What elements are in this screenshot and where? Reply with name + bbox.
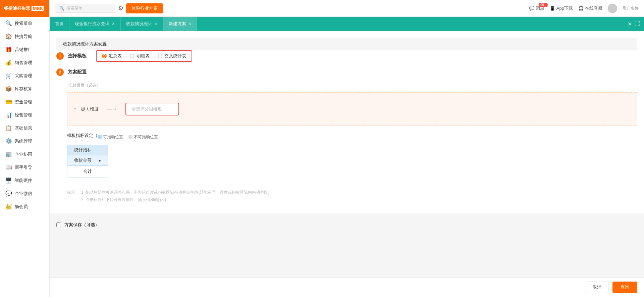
clipboard-icon: 📋 xyxy=(5,125,12,131)
config-content: 汇总维度（必选） * 纵向维度 —→ 请选择分组维度 模板指标设定（ xyxy=(56,83,637,207)
box-icon: 📦 xyxy=(5,86,12,92)
sidebar-item-label: 基础信息 xyxy=(15,125,32,131)
step2-num: 2 xyxy=(56,68,64,76)
service-btn[interactable]: 🎧 在线客服 xyxy=(578,5,602,11)
legend-draggable-label: 可拖动位置 xyxy=(103,134,123,140)
tab-collection-stats[interactable]: 收款情况统计 ✕ xyxy=(121,17,163,31)
sidebar: 畅捷通好生意 标准版 🔍 搜索菜单 🏠 快捷导航 🎁 营销推广 💰 销售管理 🛒… xyxy=(0,0,50,297)
query-button[interactable]: 查询 xyxy=(612,282,637,293)
indicator-section-title: 模板指标设定（ xyxy=(67,133,98,139)
download-btn[interactable]: 📱 App下载 xyxy=(550,5,573,11)
tab-home-label: 首页 xyxy=(55,21,64,27)
sidebar-item-purchase[interactable]: 🛒 采购管理 xyxy=(0,69,49,82)
home-icon: 🏠 xyxy=(5,33,12,40)
radio-cross-label: 交叉统计表 xyxy=(164,53,186,59)
topbar-left: 🔍 搜索菜单 ⚙ 体验行业方案 xyxy=(55,3,524,13)
save-checkbox[interactable] xyxy=(56,222,61,227)
tab-actions: ✕ ⛶ xyxy=(624,17,644,31)
sidebar-item-label: 营销推广 xyxy=(15,47,32,53)
radio-summary-label: 汇总表 xyxy=(109,53,122,59)
message-icon: 💬 xyxy=(529,6,534,11)
sidebar-item-system[interactable]: ⚙️ 系统管理 xyxy=(0,135,49,148)
radio-summary-circle xyxy=(102,54,107,58)
footer-bar: 取消 查询 xyxy=(50,277,644,297)
tab-collection-stats-label: 收款情况统计 xyxy=(126,21,152,27)
sidebar-item-label: 库存核算 xyxy=(15,86,32,92)
sidebar-item-member[interactable]: 👑 畅会员 xyxy=(0,200,49,213)
main-area: 🔍 搜索菜单 ⚙ 体验行业方案 💬 消息 99+ 📱 App下载 🎧 在线客服 … xyxy=(50,0,644,297)
gear-icon: ⚙️ xyxy=(5,138,12,144)
settings-icon[interactable]: ⚙ xyxy=(118,5,123,12)
building-icon: 🏢 xyxy=(5,151,12,157)
breadcrumb-text: 收款情况统计方案设置 xyxy=(63,41,107,46)
radio-detail-label: 明细表 xyxy=(137,53,150,59)
tab-cash-bank[interactable]: 现金银行流水查询 ✕ xyxy=(69,17,121,31)
sidebar-item-quick-nav[interactable]: 🏠 快捷导航 xyxy=(0,30,49,43)
radio-cross[interactable]: 交叉统计表 xyxy=(158,53,186,59)
legend-draggable-item: 可拖动位置 xyxy=(98,134,123,140)
tab-expand-icon[interactable]: ⛶ xyxy=(635,21,640,27)
step1-title: 选择模板 xyxy=(68,53,87,59)
legend-draggable-dot xyxy=(98,135,102,139)
sidebar-item-guide[interactable]: 📖 新手引导 xyxy=(0,161,49,174)
tip1-line: 提示： 1. 拖动标题栏可以调整布局，不可跨维度或指标区域拖动栏目字段(只能在同… xyxy=(67,189,637,196)
indicator-dropdown-label: 收款金额 xyxy=(74,157,92,163)
tab-cash-bank-close[interactable]: ✕ xyxy=(112,21,115,26)
dim-select-box[interactable]: 请选择分组维度 xyxy=(125,103,179,115)
sidebar-item-basic-info[interactable]: 📋 基础信息 xyxy=(0,121,49,135)
tips-area: 提示： 1. 拖动标题栏可以调整布局，不可跨维度或指标区域拖动栏目字段(只能在同… xyxy=(67,186,637,207)
legend-not-draggable-label: 不可拖动位置 xyxy=(134,134,158,140)
tab-collection-stats-close[interactable]: ✕ xyxy=(154,21,158,26)
tab-cash-bank-label: 现金银行流水查询 xyxy=(75,21,110,27)
user-name: 用户名称 xyxy=(623,5,639,11)
logo-text: 畅捷通好生意 xyxy=(4,6,30,11)
sidebar-item-operation[interactable]: 📊 经营管理 xyxy=(0,108,49,121)
vertical-dim-label: 纵向维度 xyxy=(81,106,99,112)
indicator-dropdown-row[interactable]: 收款金额 ▾ xyxy=(67,155,108,166)
radio-summary[interactable]: 汇总表 xyxy=(102,53,122,59)
sidebar-item-label: 销售管理 xyxy=(15,60,32,66)
indicator-section: 模板指标设定（ 可拖动位置 不可拖动位置 ） xyxy=(67,133,637,178)
sidebar-item-label: 新手引导 xyxy=(15,164,32,170)
sidebar-item-label: 畅会员 xyxy=(15,204,28,210)
cancel-button[interactable]: 取消 xyxy=(586,282,608,293)
indicator-legend-row: 可拖动位置 不可拖动位置 xyxy=(98,134,158,140)
topbar: 🔍 搜索菜单 ⚙ 体验行业方案 💬 消息 99+ 📱 App下载 🎧 在线客服 … xyxy=(50,0,644,17)
headset-icon: 🎧 xyxy=(578,6,584,11)
industry-btn[interactable]: 体验行业方案 xyxy=(126,3,163,13)
search-menu-icon: 🔍 xyxy=(5,20,12,27)
tab-close-all-icon[interactable]: ✕ xyxy=(628,21,632,27)
money-icon: 💰 xyxy=(5,59,12,66)
tab-new-plan[interactable]: 新建方案 ✕ xyxy=(163,17,197,31)
radio-detail[interactable]: 明细表 xyxy=(130,53,150,59)
sidebar-item-smart-hw[interactable]: 🖥️ 智能硬件 xyxy=(0,174,49,187)
sidebar-item-label: 资金管理 xyxy=(15,99,32,105)
tip1-text: 1. 拖动标题栏可以调整布局，不可跨维度或指标区域拖动栏目字段(只能在同一维度或… xyxy=(81,189,269,196)
notification-btn[interactable]: 💬 消息 99+ xyxy=(529,5,544,11)
step1-row: 1 选择模板 汇总表 明细表 交叉统计表 xyxy=(56,50,637,62)
content-area: 收款情况统计方案设置 1 选择模板 汇总表 明细表 xyxy=(50,31,644,277)
sidebar-item-label: 采购管理 xyxy=(15,73,32,79)
sidebar-item-capital[interactable]: 💳 资金管理 xyxy=(0,95,49,108)
sidebar-item-search-menu[interactable]: 🔍 搜索菜单 xyxy=(0,17,49,30)
dimension-area: * 纵向维度 —→ 请选择分组维度 xyxy=(67,92,637,126)
sidebar-item-label: 智能硬件 xyxy=(15,178,32,184)
sidebar-item-marketing[interactable]: 🎁 营销推广 xyxy=(0,43,49,56)
sidebar-item-weixin[interactable]: 💬 企业微信 xyxy=(0,187,49,200)
sidebar-item-enterprise[interactable]: 🏢 企业协同 xyxy=(0,148,49,161)
form-area: 收款情况统计方案设置 1 选择模板 汇总表 明细表 xyxy=(50,31,644,213)
sidebar-item-label: 企业微信 xyxy=(15,191,32,197)
tab-home[interactable]: 首页 xyxy=(50,17,69,31)
dimension-section-title: 汇总维度（必选） xyxy=(67,83,637,88)
download-icon: 📱 xyxy=(550,6,555,11)
sidebar-item-inventory[interactable]: 📦 库存核算 xyxy=(0,82,49,95)
indicator-total-label: 合计 xyxy=(83,169,92,174)
search-placeholder: 搜索菜单 xyxy=(66,5,83,11)
notification-badge: 99+ xyxy=(539,3,548,7)
search-box[interactable]: 🔍 搜索菜单 xyxy=(55,4,115,13)
sidebar-item-sales[interactable]: 💰 销售管理 xyxy=(0,56,49,69)
step2-title: 方案配置 xyxy=(68,69,87,75)
sidebar-item-label: 快捷导航 xyxy=(15,34,32,40)
tab-new-plan-close[interactable]: ✕ xyxy=(188,21,192,26)
search-icon: 🔍 xyxy=(59,6,64,11)
